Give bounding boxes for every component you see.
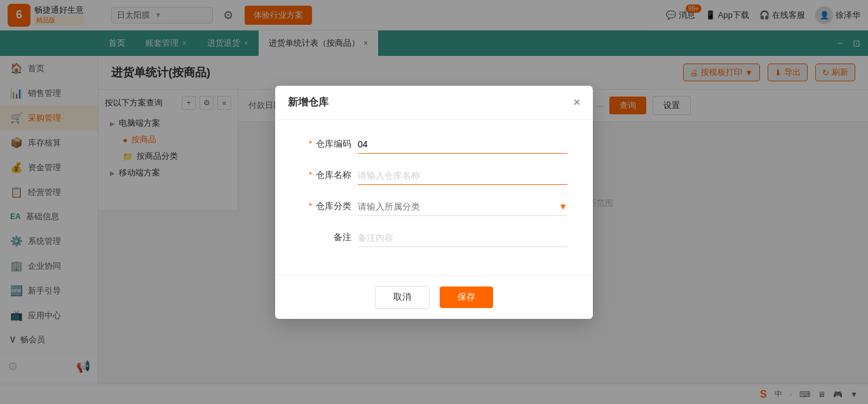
dialog-category-label: * 仓库分类 [301, 201, 351, 212]
new-warehouse-dialog: 新增仓库 × * 仓库编码 * 仓库名称 [275, 86, 593, 319]
dialog-name-field: * 仓库名称 [301, 166, 567, 185]
warehouse-code-input[interactable] [358, 135, 567, 154]
category-input[interactable] [358, 198, 559, 215]
dialog-code-label: * 仓库编码 [301, 138, 351, 150]
cancel-button[interactable]: 取消 [375, 286, 430, 309]
category-select-wrap: ▼ [358, 198, 567, 216]
cat-required-star: * [309, 201, 312, 211]
category-dropdown-icon[interactable]: ▼ [559, 201, 567, 212]
dialog-code-field: * 仓库编码 [301, 135, 567, 154]
dialog-close-button[interactable]: × [573, 96, 580, 109]
dialog-note-field: 备注 [301, 229, 567, 247]
modal-overlay: 新增仓库 × * 仓库编码 * 仓库名称 [0, 0, 868, 404]
dialog-title: 新增仓库 [288, 96, 329, 109]
dialog-footer: 取消 保存 [275, 275, 593, 319]
code-required-star: * [309, 138, 312, 149]
warehouse-name-input[interactable] [358, 166, 567, 185]
save-button[interactable]: 保存 [440, 286, 493, 308]
dialog-name-label: * 仓库名称 [301, 170, 351, 181]
dialog-body: * 仓库编码 * 仓库名称 * 仓库分类 [275, 120, 593, 275]
dialog-header: 新增仓库 × [275, 86, 593, 120]
dialog-note-label: 备注 [301, 232, 351, 243]
name-required-star: * [309, 170, 312, 180]
dialog-category-field: * 仓库分类 ▼ [301, 198, 567, 216]
warehouse-note-input[interactable] [358, 229, 567, 247]
